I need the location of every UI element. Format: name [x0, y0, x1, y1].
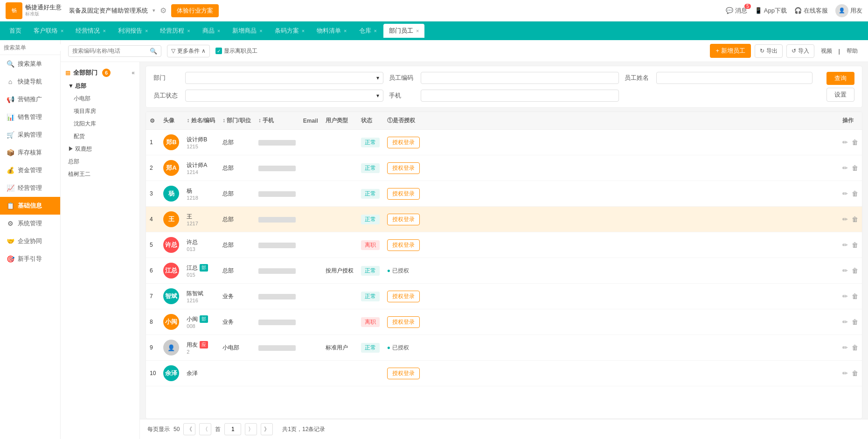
delete-icon[interactable]: 🗑 [852, 293, 858, 300]
auth-button[interactable]: 授权登录 [387, 214, 420, 225]
search-input-main[interactable] [72, 48, 147, 54]
nav-tab-条码方案[interactable]: 条码方案× [269, 24, 310, 38]
tab-close-icon[interactable]: × [416, 28, 419, 34]
delete-icon[interactable]: 🗑 [852, 164, 858, 172]
auth-button[interactable]: 授权登录 [387, 291, 420, 302]
edit-icon[interactable]: ✏ [842, 139, 848, 146]
gear-icon[interactable]: ⚙ [160, 6, 167, 15]
auth-button[interactable]: 授权登录 [387, 368, 420, 379]
help-button[interactable]: 帮助 [844, 45, 861, 57]
dept-item-shuangluxiang[interactable]: ▶ 双鹿想 [61, 143, 139, 155]
sidebar-item-10[interactable]: 🤝企业协同 [0, 232, 60, 250]
nav-tab-仓库[interactable]: 仓库× [354, 24, 382, 38]
nav-tab-物料清单[interactable]: 物料清单× [311, 24, 352, 38]
sidebar-item-1[interactable]: ⌂快捷导航 [0, 73, 60, 91]
system-dropdown-arrow[interactable]: ▾ [153, 7, 155, 14]
col-name[interactable]: ↕ 姓名/编码 [183, 112, 219, 130]
delete-icon[interactable]: 🗑 [852, 139, 858, 146]
dept-select[interactable]: ▾ [185, 72, 383, 84]
dept-item-xiaodian[interactable]: 小电部 [61, 92, 139, 105]
delete-icon[interactable]: 🗑 [852, 267, 858, 274]
tab-close-icon[interactable]: × [217, 28, 220, 34]
tab-close-icon[interactable]: × [259, 28, 262, 34]
emp-status-select[interactable]: ▾ [185, 90, 383, 102]
delete-icon[interactable]: 🗑 [852, 369, 858, 377]
first-page-button[interactable]: 《 [183, 423, 195, 435]
search-button[interactable]: 查询 [826, 72, 854, 85]
app-download-button[interactable]: 📱 App下载 [755, 7, 787, 15]
dept-item-peihuo[interactable]: 配货 [61, 130, 139, 143]
tab-close-icon[interactable]: × [302, 28, 305, 34]
delete-icon[interactable]: 🗑 [852, 241, 858, 249]
delete-icon[interactable]: 🗑 [852, 216, 858, 223]
sidebar-item-3[interactable]: 📊销售管理 [0, 108, 60, 126]
nav-tab-部门员工[interactable]: 部门员工× [383, 24, 424, 38]
nav-tab-经营历程[interactable]: 经营历程× [154, 24, 195, 38]
trial-button[interactable]: 体验行业方案 [171, 4, 219, 17]
auth-button[interactable]: 授权登录 [387, 162, 420, 174]
tab-close-icon[interactable]: × [374, 28, 377, 34]
last-page-button[interactable]: 》 [261, 423, 273, 435]
sidebar-search[interactable]: 🔍 [0, 40, 60, 55]
edit-icon[interactable]: ✏ [842, 344, 848, 351]
sidebar-item-4[interactable]: 🛒采购管理 [0, 126, 60, 144]
sidebar-item-5[interactable]: 📦库存核算 [0, 144, 60, 161]
show-resigned-toggle[interactable]: ✓ 显示离职员工 [215, 47, 257, 55]
edit-icon[interactable]: ✏ [842, 293, 848, 300]
tab-close-icon[interactable]: × [187, 28, 190, 34]
add-employee-button[interactable]: + 新增员工 [710, 44, 750, 58]
tab-close-icon[interactable]: × [145, 28, 148, 34]
auth-button[interactable]: 授权登录 [387, 239, 420, 251]
page-input[interactable] [224, 423, 241, 435]
dept-item-zhishu[interactable]: 植树王二 [61, 168, 139, 181]
delete-icon[interactable]: 🗑 [852, 190, 858, 197]
dept-collapse-icon[interactable]: « [132, 70, 135, 76]
dept-panel-header[interactable]: ⊞ 全部部门 6 « [61, 66, 139, 80]
emp-name-input[interactable] [656, 72, 812, 84]
next-page-button[interactable]: 〉 [245, 423, 257, 435]
sidebar-item-2[interactable]: 📢营销推广 [0, 91, 60, 108]
edit-icon[interactable]: ✏ [842, 318, 848, 326]
phone-input[interactable] [421, 90, 619, 102]
dept-item-zongbu2[interactable]: 总部 [61, 155, 139, 168]
tab-close-icon[interactable]: × [103, 28, 105, 34]
edit-icon[interactable]: ✏ [842, 216, 848, 223]
nav-tab-商品[interactable]: 商品× [197, 24, 226, 38]
edit-icon[interactable]: ✏ [842, 267, 848, 274]
sidebar-item-9[interactable]: ⚙系统管理 [0, 215, 60, 232]
auth-button[interactable]: 授权登录 [387, 316, 420, 328]
edit-icon[interactable]: ✏ [842, 241, 848, 249]
user-menu[interactable]: 👤 用友 [835, 4, 862, 17]
nav-tab-利润报告[interactable]: 利润报告× [112, 24, 153, 38]
auth-button[interactable]: 授权登录 [387, 137, 420, 148]
edit-icon[interactable]: ✏ [842, 369, 848, 377]
nav-tab-首页[interactable]: 首页 [4, 24, 27, 38]
col-dept[interactable]: ↕ 部门/职位 [219, 112, 255, 130]
sidebar-item-11[interactable]: 🎯新手引导 [0, 250, 60, 268]
dept-item-xianmu[interactable]: 项目库房 [61, 105, 139, 118]
search-box[interactable]: 🔍 [68, 45, 161, 57]
view-button[interactable]: 视频 [818, 45, 835, 57]
prev-page-button[interactable]: 〈 [199, 423, 211, 435]
auth-button[interactable]: 授权登录 [387, 188, 420, 200]
sidebar-item-0[interactable]: 🔍搜索菜单 [0, 55, 60, 73]
edit-icon[interactable]: ✏ [842, 164, 848, 172]
export-button[interactable]: ↻ 导出 [755, 44, 783, 58]
col-settings[interactable]: ⚙ [146, 112, 160, 130]
emp-code-input[interactable] [421, 72, 619, 84]
edit-icon[interactable]: ✏ [842, 190, 848, 197]
delete-icon[interactable]: 🗑 [852, 344, 858, 351]
nav-tab-客户联络[interactable]: 客户联络× [28, 24, 69, 38]
col-phone[interactable]: ↕ 手机 [255, 112, 299, 130]
import-button[interactable]: ↺ 导入 [786, 44, 814, 58]
dept-item-shenyang[interactable]: 沈阳大库 [61, 118, 139, 130]
sidebar-item-7[interactable]: 📈经营管理 [0, 179, 60, 197]
nav-tab-经营情况[interactable]: 经营情况× [70, 24, 111, 38]
sidebar-item-6[interactable]: 💰资金管理 [0, 161, 60, 179]
delete-icon[interactable]: 🗑 [852, 318, 858, 326]
tab-close-icon[interactable]: × [344, 28, 347, 34]
reset-button[interactable]: 设置 [826, 88, 854, 102]
online-service-button[interactable]: 🎧 在线客服 [794, 7, 828, 15]
sidebar-item-8[interactable]: 📋基础信息 [0, 197, 60, 215]
more-conditions-button[interactable]: ▽ 更多条件 ∧ [167, 45, 210, 57]
